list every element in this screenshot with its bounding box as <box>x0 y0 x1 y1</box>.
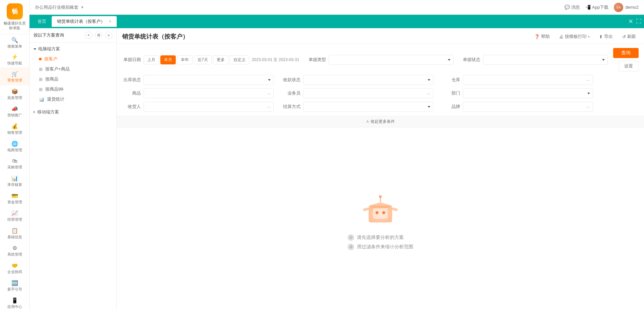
finance-icon: 💳 <box>11 193 18 199</box>
department-filter-item: 部门 <box>441 88 593 98</box>
tutorial-icon: 🆕 <box>11 280 18 286</box>
sidebar-item-apps[interactable]: 📱 应用中心 <box>0 295 29 310</box>
receipt-status-dropdown-icon <box>428 79 430 81</box>
date-btn-more[interactable]: 更多 <box>213 55 228 64</box>
system-label: 系统管理 <box>7 252 22 257</box>
sidebar-item-sales[interactable]: 💰 销售管理 <box>0 120 29 138</box>
ecommerce-icon: 🌐 <box>11 141 18 147</box>
tab-close-icon[interactable]: × <box>109 19 111 24</box>
svg-rect-1 <box>373 208 388 219</box>
add-scheme-btn[interactable]: + <box>85 32 92 39</box>
sidebar-item-ecommerce[interactable]: 🌐 电商管理 <box>0 138 29 155</box>
scheme-item-by-product99[interactable]: ⊞ 按商品99 <box>30 84 116 94</box>
basic-icon: 📋 <box>11 227 18 234</box>
date-btn-this-year[interactable]: 本年 <box>177 55 193 64</box>
sidebar-item-enterprise[interactable]: 🤝 企业协同 <box>0 260 29 277</box>
date-filter-item: 单据日期 上月 本月 本年 近7天 更多 自定义 2023-03-01 至 20… <box>122 55 299 64</box>
finance-label: 资金管理 <box>7 200 22 205</box>
marketing-label: 营销推广 <box>7 113 22 118</box>
settlement-select[interactable] <box>303 102 433 112</box>
export-btn[interactable]: ⬆ 导出 <box>596 32 615 41</box>
empty-tip-1: ① 请先选择要分析的方案 <box>347 234 413 241</box>
sidebar-item-marketing[interactable]: 📣 营销推广 <box>0 103 29 120</box>
user-profile-btn[interactable]: Ea demo2 <box>614 3 639 12</box>
sales-label: 销售管理 <box>7 130 22 135</box>
sidebar-item-finance[interactable]: 💳 资金管理 <box>0 190 29 207</box>
print-dropdown-icon[interactable]: ▾ <box>588 35 590 39</box>
out-status-select[interactable] <box>144 75 274 85</box>
template-print-btn[interactable]: 🖨 按模板打印 ▾ <box>556 32 592 41</box>
sidebar-item-tutorial[interactable]: 🆕 新手引导 <box>0 277 29 295</box>
scheme-item-return-stats[interactable]: 📊 退货统计 <box>30 94 116 104</box>
department-select[interactable] <box>463 88 593 98</box>
order-type-select[interactable] <box>329 55 453 65</box>
query-button[interactable]: 查询 <box>613 48 639 58</box>
scheme-item-label: 按商品99 <box>45 86 63 92</box>
industry-dropdown-icon[interactable]: ▾ <box>81 5 84 10</box>
receipt-status-select[interactable] <box>303 75 433 85</box>
sidebar-item-system[interactable]: ⚙ 系统管理 <box>0 242 29 260</box>
help-icon: ❓ <box>534 34 540 39</box>
scheme-item-label: 按客户 <box>44 56 57 62</box>
collapse-panel-btn[interactable]: « <box>105 32 112 39</box>
search-menu-label: 搜索菜单 <box>7 44 22 49</box>
mobile-scheme-group: 移动端方案 <box>30 106 116 118</box>
sidebar-item-purchase[interactable]: 🛍 采购管理 <box>0 155 29 172</box>
date-range-display: 2023-03-01 至 2023-03-31 <box>252 57 299 63</box>
sidebar-item-inventory[interactable]: 📊 库存核算 <box>0 172 29 190</box>
logo-icon: 畅 <box>7 3 23 19</box>
message-icon: 💬 <box>565 5 570 10</box>
apps-label: 应用中心 <box>7 304 22 309</box>
date-filter-buttons: 上月 本月 本年 近7天 更多 自定义 2023-03-01 至 2023-03… <box>144 55 299 64</box>
logo-text: 畅捷通好生意 标准版 <box>4 21 26 31</box>
scheme-item-by-customer[interactable]: 按客户 <box>30 54 116 64</box>
group-collapse-icon <box>34 111 35 113</box>
header-breadcrumb: 办公用品行业模拟账套 ▾ <box>35 4 84 10</box>
page-header-actions: ❓ 帮助 🖨 按模板打印 ▾ ⬆ 导出 ↺ 刷新 <box>532 32 639 41</box>
svg-point-7 <box>379 195 382 198</box>
sidebar-item-operations[interactable]: 📈 经营管理 <box>0 207 29 225</box>
brand-label: 品牌 <box>441 104 460 110</box>
date-btn-last-month[interactable]: 上月 <box>144 55 159 64</box>
receiver-filter-item: 收货人 ··· <box>122 102 274 112</box>
tutorial-label: 新手引导 <box>7 287 22 292</box>
messages-btn[interactable]: 💬 消息 <box>565 4 580 10</box>
settings-scheme-btn[interactable]: ⚙ <box>95 32 102 39</box>
tip-num-1: ① <box>347 234 354 241</box>
order-status-select[interactable] <box>483 55 608 65</box>
search-menu-item[interactable]: 🔍 搜索菜单 <box>0 34 29 52</box>
grid-icon-2: ⊞ <box>39 77 43 82</box>
date-btn-custom[interactable]: 自定义 <box>230 55 249 64</box>
active-dot <box>39 58 42 60</box>
brand-select[interactable]: ··· <box>463 102 593 112</box>
sidebar-item-retail[interactable]: 🛒 零售管理 <box>0 68 29 86</box>
quick-nav-label: 快捷导航 <box>7 61 22 66</box>
enterprise-label: 企业协同 <box>7 269 22 274</box>
mobile-scheme-group-header[interactable]: 移动端方案 <box>30 107 116 117</box>
quick-nav-item[interactable]: ⚡ 快捷导航 <box>0 52 29 68</box>
product-select[interactable]: ··· <box>144 88 274 98</box>
scheme-item-by-product[interactable]: ⊞ 按商品 <box>30 74 116 84</box>
refresh-icon: ↺ <box>622 34 626 39</box>
settings-button[interactable]: 设置 <box>619 61 639 71</box>
warehouse-select[interactable]: ··· <box>463 75 593 85</box>
help-btn[interactable]: ❓ 帮助 <box>532 32 552 41</box>
receiver-select[interactable]: ··· <box>144 102 274 112</box>
scheme-item-customer-product[interactable]: ⊞ 按客户+商品 <box>30 64 116 74</box>
svg-rect-9 <box>391 207 398 211</box>
date-btn-last-7-days[interactable]: 近7天 <box>194 55 212 64</box>
fullscreen-btn[interactable]: ⛶ <box>636 18 641 24</box>
tab-home[interactable]: 首页 <box>32 16 52 27</box>
pc-scheme-group-header[interactable]: 电脑端方案 <box>30 44 116 54</box>
sidebar-item-basic[interactable]: 📋 基础信息 <box>0 225 29 242</box>
tab-current[interactable]: 销货单统计表（按客户） × <box>52 16 117 27</box>
app-download-btn[interactable]: 📲 App下载 <box>585 4 608 10</box>
refresh-btn[interactable]: ↺ 刷新 <box>620 32 639 41</box>
date-btn-this-month[interactable]: 本月 <box>160 55 176 64</box>
inventory-icon: 📊 <box>11 175 18 182</box>
salesperson-select[interactable]: ··· <box>303 88 433 98</box>
svg-point-4 <box>376 212 378 214</box>
sidebar-item-wholesale[interactable]: 📦 批发管理 <box>0 86 29 103</box>
collapse-more-conditions-bar[interactable]: ∧ 收起更多条件 <box>117 116 644 127</box>
window-close-btn[interactable]: ✕ <box>628 18 633 25</box>
